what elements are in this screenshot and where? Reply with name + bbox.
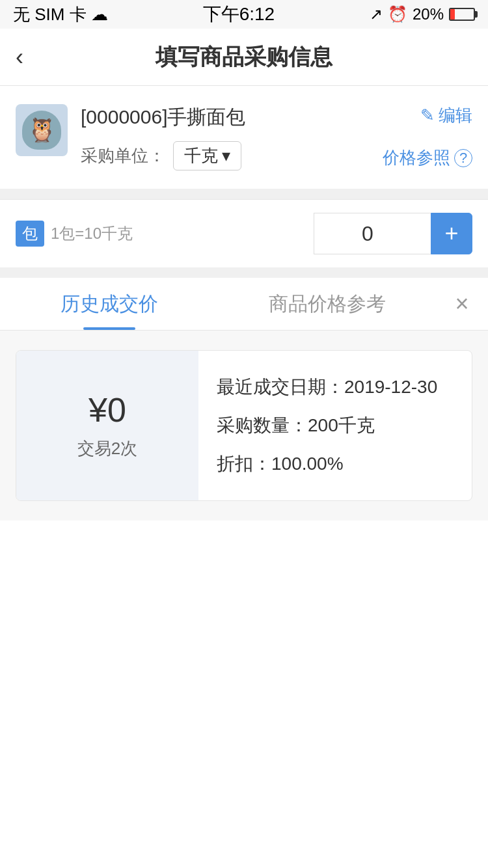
- help-icon: ?: [454, 149, 472, 167]
- edit-icon: ✎: [420, 105, 435, 126]
- battery-icon: [449, 8, 475, 21]
- tab-close-button[interactable]: ×: [436, 278, 488, 330]
- price-ref-button[interactable]: 价格参照 ?: [383, 146, 472, 169]
- purchase-qty-value: 200千克: [308, 415, 375, 435]
- tab-bar: 历史成交价 商品价格参考 ×: [0, 278, 488, 331]
- history-content: ¥0 交易2次 最近成交日期：2019-12-30 采购数量：200千克 折扣：…: [0, 331, 488, 521]
- page-title: 填写商品采购信息: [156, 42, 332, 72]
- price-record-card: ¥0 交易2次 最近成交日期：2019-12-30 采购数量：200千克 折扣：…: [16, 350, 472, 501]
- purchase-qty-label: 采购数量：: [217, 415, 308, 435]
- dropdown-icon: ▾: [222, 146, 230, 166]
- unit-badge: 包: [16, 221, 44, 247]
- unit-label: 包 1包=10千克: [16, 221, 133, 247]
- unit-label-text: 采购单位：: [81, 144, 165, 167]
- status-time: 下午6:12: [203, 2, 275, 27]
- quantity-control: +: [314, 213, 472, 254]
- status-right: ↗ ⏰ 20%: [370, 5, 475, 23]
- unit-conversion: 1包=10千克: [51, 223, 133, 244]
- status-left: 无 SIM 卡 ☁: [13, 3, 108, 26]
- purchase-qty-row: 采购数量：200千克: [217, 413, 454, 438]
- price-record-right: 最近成交日期：2019-12-30 采购数量：200千克 折扣：100.00%: [198, 351, 472, 500]
- back-button[interactable]: ‹: [16, 44, 23, 71]
- tab-history-price[interactable]: 历史成交价: [0, 278, 218, 330]
- unit-select[interactable]: 千克 ▾: [173, 141, 241, 170]
- tab-history-label: 历史成交价: [61, 291, 158, 318]
- price-amount: ¥0: [88, 390, 126, 429]
- recent-date-value: 2019-12-30: [344, 377, 437, 397]
- unit-value: 千克: [184, 144, 218, 167]
- product-image: 🦉: [16, 104, 68, 156]
- battery-percent: 20%: [413, 5, 444, 23]
- product-name: [0000006]手撕面包: [81, 104, 245, 131]
- location-icon: ↗: [370, 5, 383, 23]
- price-ref-label: 价格参照: [383, 146, 450, 169]
- section-divider-2: [0, 267, 488, 278]
- price-record-left: ¥0 交易2次: [16, 351, 198, 500]
- product-unit-row: 采购单位： 千克 ▾: [81, 141, 245, 170]
- currency-symbol: ¥: [88, 391, 107, 429]
- discount-label: 折扣：: [217, 454, 271, 474]
- edit-button[interactable]: ✎ 编辑: [420, 104, 472, 127]
- tab-price-ref-label: 商品价格参考: [269, 291, 386, 318]
- quantity-section: 包 1包=10千克 +: [0, 199, 488, 267]
- recent-date-label: 最近成交日期：: [217, 377, 344, 397]
- tab-active-indicator: [83, 327, 135, 330]
- nav-bar: ‹ 填写商品采购信息: [0, 29, 488, 86]
- tab-price-ref[interactable]: 商品价格参考: [218, 278, 436, 330]
- edit-label: 编辑: [439, 104, 472, 127]
- bottom-area: [0, 521, 488, 868]
- product-card: 🦉 [0000006]手撕面包 采购单位： 千克 ▾ ✎ 编辑 价格参照: [0, 86, 488, 189]
- alarm-icon: ⏰: [388, 5, 407, 23]
- discount-value: 100.00%: [271, 454, 344, 474]
- discount-row: 折扣：100.00%: [217, 451, 454, 476]
- product-info: [0000006]手撕面包 采购单位： 千克 ▾: [81, 104, 245, 170]
- sim-status: 无 SIM 卡 ☁: [13, 3, 108, 26]
- status-bar: 无 SIM 卡 ☁ 下午6:12 ↗ ⏰ 20%: [0, 0, 488, 29]
- recent-date-row: 最近成交日期：2019-12-30: [217, 374, 454, 400]
- quantity-input[interactable]: [314, 213, 431, 254]
- amount-value: 0: [107, 391, 126, 429]
- product-thumbnail: 🦉: [22, 111, 61, 150]
- quantity-plus-button[interactable]: +: [431, 213, 472, 254]
- trade-count: 交易2次: [77, 437, 137, 460]
- section-divider: [0, 189, 488, 199]
